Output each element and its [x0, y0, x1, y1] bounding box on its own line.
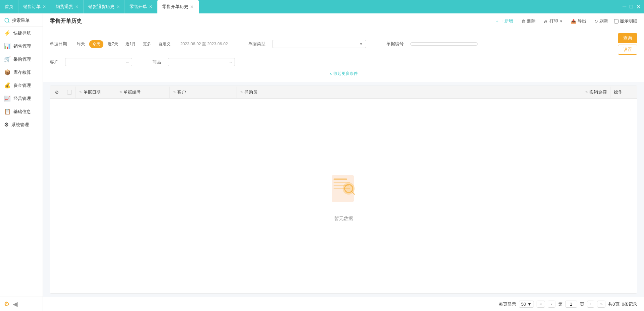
svg-point-0 [5, 18, 9, 22]
custom-date-btn[interactable]: 自定义 [155, 40, 174, 48]
yesterday-btn[interactable]: 昨天 [74, 40, 88, 48]
col-num[interactable]: ⇅ 单据编号 [116, 87, 169, 98]
per-page-label: 每页显示 [499, 301, 516, 307]
customer-filter-label: 客户 [50, 59, 58, 65]
sidebar-system-label: 系统管理 [11, 122, 29, 128]
sidebar-quick-nav-label: 快捷导航 [13, 30, 31, 36]
tab-retail-open[interactable]: 零售开单✕ [125, 0, 157, 13]
collapse-arrow-icon: ∧ [329, 71, 332, 76]
refresh-icon: ↻ [594, 19, 598, 24]
sidebar-operations-label: 经营管理 [13, 96, 31, 102]
sidebar-search[interactable]: 搜索采单 [0, 15, 43, 27]
toolbar: ＋ + 新增 🗑 删除 🖨 打印 ▼ 📤 导出 ↻ [493, 17, 637, 25]
tab-close-sales-return-history[interactable]: ✕ [116, 4, 120, 9]
sidebar-item-operations[interactable]: 📈经营管理 [0, 92, 43, 105]
close-icon[interactable]: ✕ [636, 4, 641, 10]
doc-num-label: 单据编号 [386, 41, 404, 47]
sort-asc-icon: ⇅ [79, 90, 82, 94]
export-button[interactable]: 📤 导出 [569, 17, 588, 25]
tab-close-retail-open[interactable]: ✕ [149, 4, 152, 9]
empty-illustration [324, 170, 364, 212]
doc-num-input[interactable] [410, 42, 478, 46]
tab-retail-open-history[interactable]: 零售开单历史✕ [157, 0, 199, 13]
sidebar-inventory-label: 库存核算 [13, 69, 31, 75]
sidebar-search-label: 搜索采单 [12, 17, 30, 23]
minimize-icon[interactable]: ─ [623, 4, 626, 10]
col-customer[interactable]: ⇅ 客户 [169, 87, 237, 98]
sidebar-item-base-info[interactable]: 📋基础信息 [0, 105, 43, 118]
sidebar-item-system[interactable]: ⚙系统管理 [0, 118, 43, 131]
sidebar-base-info-icon: 📋 [4, 108, 11, 115]
page-number-input[interactable] [565, 301, 577, 308]
week-btn[interactable]: 近7天 [105, 40, 121, 48]
settings-button[interactable]: 设置 [618, 45, 637, 55]
last-page-btn[interactable]: » [597, 301, 605, 308]
add-icon: ＋ [495, 18, 499, 24]
customer-ellipsis-icon[interactable]: ··· [126, 60, 129, 64]
svg-line-1 [8, 21, 9, 22]
collapse-filter-btn[interactable]: ∧ 收起更多条件 [50, 69, 637, 78]
total-label: 共0页, 0条记录 [608, 301, 637, 307]
prev-page-btn[interactable]: ‹ [548, 301, 555, 308]
tab-close-retail-open-history[interactable]: ✕ [190, 4, 194, 9]
doc-type-select[interactable]: ▼ [272, 40, 366, 48]
print-button[interactable]: 🖨 打印 ▼ [542, 17, 565, 25]
tab-close-sales-order[interactable]: ✕ [43, 4, 46, 9]
settings-gear-icon[interactable]: ⚙ [4, 300, 9, 308]
refresh-button[interactable]: ↻ 刷新 [592, 17, 610, 25]
select-all-checkbox-cell[interactable] [63, 90, 76, 95]
column-settings-icon: ⚙ [55, 90, 59, 95]
col-guide[interactable]: ⇅ 导购员 [237, 87, 277, 98]
sidebar-sales-mgmt-icon: 📊 [4, 43, 11, 49]
tab-sales-return[interactable]: 销货退货✕ [51, 0, 84, 13]
search-icon [4, 17, 10, 23]
table-column-settings[interactable]: ⚙ [50, 90, 63, 95]
sidebar-quick-nav-icon: ⚡ [4, 30, 11, 36]
today-btn[interactable]: 今天 [89, 40, 103, 48]
delete-button[interactable]: 🗑 删除 [519, 17, 538, 25]
show-detail-checkbox[interactable] [614, 19, 618, 23]
sidebar-item-inventory[interactable]: 📦库存核算 [0, 66, 43, 79]
page-title: 零售开单历史 [50, 18, 82, 25]
empty-text: 暂无数据 [334, 216, 353, 222]
sidebar-item-quick-nav[interactable]: ⚡快捷导航 [0, 27, 43, 40]
print-dropdown-icon: ▼ [559, 19, 563, 23]
page-label: 页 [580, 301, 584, 307]
sort-guide-icon: ⇅ [240, 90, 243, 94]
per-page-select[interactable]: 50 ▼ [519, 301, 534, 308]
per-page-dropdown-icon: ▼ [527, 302, 532, 307]
tab-sales-order[interactable]: 销售订单✕ [18, 0, 51, 13]
add-button[interactable]: ＋ + 新增 [493, 17, 515, 25]
col-date[interactable]: ⇅ 单据日期 [76, 87, 116, 98]
tab-sales-return-history[interactable]: 销货退货历史✕ [84, 0, 125, 13]
sidebar-base-info-label: 基础信息 [13, 109, 31, 115]
show-detail-toggle[interactable]: 显示明细 [614, 18, 637, 24]
pagination-bar: 每页显示 50 ▼ « ‹ 第 页 › » 共0页, 0条记录 [43, 297, 644, 311]
goods-input[interactable]: ··· [168, 58, 235, 66]
sidebar-finance-label: 资金管理 [13, 83, 31, 89]
sidebar-system-icon: ⚙ [4, 121, 9, 128]
sort-customer-icon: ⇅ [173, 90, 176, 94]
first-page-btn[interactable]: « [537, 301, 545, 308]
col-amount[interactable]: ⇅ 实销金额 [570, 87, 610, 98]
query-button[interactable]: 查询 [618, 33, 637, 43]
export-icon: 📤 [571, 19, 576, 24]
select-all-checkbox[interactable] [67, 90, 72, 95]
goods-ellipsis-icon[interactable]: ··· [229, 60, 232, 64]
date-range-display: 2023-06-02 至 2023-06-02 [180, 41, 228, 47]
sidebar-item-finance[interactable]: 💰资金管理 [0, 79, 43, 92]
sidebar-collapse-icon[interactable]: ◀| [13, 301, 18, 307]
maximize-icon[interactable]: □ [630, 4, 633, 10]
sort-num-icon: ⇅ [119, 90, 122, 94]
month-btn[interactable]: 近1月 [122, 40, 139, 48]
svg-rect-3 [334, 178, 347, 180]
sidebar-inventory-icon: 📦 [4, 69, 11, 75]
goods-filter-label: 商品 [152, 59, 161, 65]
tab-home[interactable]: 首页 [0, 0, 18, 13]
sidebar-item-sales-mgmt[interactable]: 📊销售管理 [0, 40, 43, 53]
tab-close-sales-return[interactable]: ✕ [75, 4, 79, 9]
customer-input[interactable]: ··· [65, 58, 132, 66]
more-date-btn[interactable]: 更多 [140, 40, 154, 48]
sidebar-item-purchase-mgmt[interactable]: 🛒采购管理 [0, 53, 43, 66]
next-page-btn[interactable]: › [587, 301, 594, 308]
